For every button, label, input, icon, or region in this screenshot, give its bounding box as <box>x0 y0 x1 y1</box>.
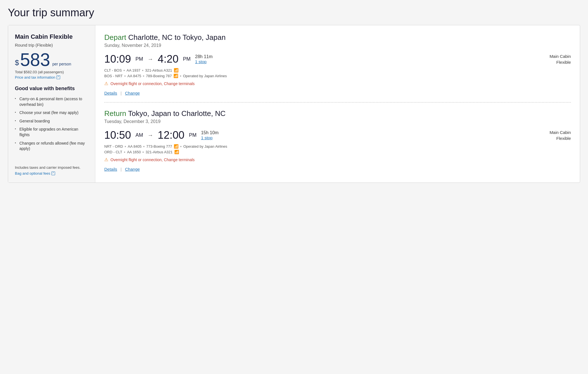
price-row: $ 583 per person <box>15 51 88 69</box>
seg1-route: CLT - BOS <box>104 68 122 72</box>
left-footer: Includes taxes and carrier imposed fees.… <box>15 160 88 176</box>
depart-section: Depart Charlotte, NC to Tokyo, Japan Sun… <box>104 33 571 95</box>
price-tax-link[interactable]: Price and tax information <box>15 75 88 79</box>
return-stops-link[interactable]: 1 stop <box>201 135 212 140</box>
price-tax-link-text: Price and tax information <box>15 75 55 79</box>
external-link-icon-2 <box>51 172 55 175</box>
bag-fees-link-text: Bag and optional fees <box>15 171 50 175</box>
dot: ■ <box>143 151 144 153</box>
seg2-operated: Operated by Japan Airlines <box>183 74 227 78</box>
external-link-icon <box>56 76 60 79</box>
return-segments: NRT - ORD ■ AA 8405 ■ 773-Boeing 777 📶 ■… <box>104 144 571 154</box>
ret-seg2-flight: AA 1650 <box>127 150 141 154</box>
cabin-title: Main Cabin Flexible <box>15 33 88 40</box>
benefits-list: Carry-on & personal item (access to over… <box>15 95 88 153</box>
dot: ■ <box>125 75 126 77</box>
depart-date: Sunday, November 24, 2019 <box>104 43 571 48</box>
return-times-row: 10:50 AM → 12:00 PM 15h 10m 1 stop Main … <box>104 129 571 141</box>
depart-label: Depart <box>104 33 126 42</box>
depart-details-link[interactable]: Details <box>104 91 117 95</box>
depart-header: Depart Charlotte, NC to Tokyo, Japan <box>104 33 571 42</box>
benefit-item: Changes or refunds allowed (fee may appl… <box>15 139 88 153</box>
seg1-aircraft: 321-Airbus A321 <box>145 68 172 72</box>
benefit-item: Choose your seat (fee may apply) <box>15 109 88 117</box>
depart-warning: ⚠ Overnight flight or connection, Change… <box>104 81 571 86</box>
depart-route-text: Charlotte, NC to Tokyo, Japan <box>128 33 225 42</box>
total-price: Total $582.03 (all passengers) <box>15 70 88 74</box>
per-person-label: per person <box>52 61 71 69</box>
return-header: Return Tokyo, Japan to Charlotte, NC <box>104 109 571 118</box>
left-panel: Main Cabin Flexible Round trip (Flexible… <box>8 25 95 183</box>
seg2-route: BOS - NRT <box>104 74 123 78</box>
benefits-title: Good value with benefits <box>15 86 88 92</box>
depart-segment-2: BOS - NRT ■ AA 8475 ■ 789-Boeing 787 📶 ■… <box>104 74 571 78</box>
wifi-icon: 📶 <box>174 68 178 72</box>
return-change-link[interactable]: Change <box>125 167 140 172</box>
wifi-icon-2: 📶 <box>173 74 178 78</box>
depart-cabin-type: Main CabinFlexible <box>549 53 571 65</box>
seg2-flight: AA 8475 <box>127 74 141 78</box>
return-segment-2: ORD - CLT ■ AA 1650 ■ 321-Airbus A321 📶 <box>104 150 571 154</box>
depart-duration: 28h 11m <box>195 54 212 59</box>
return-depart-period: AM <box>135 132 143 138</box>
return-warning-text: Overnight flight or connection, Change t… <box>110 158 195 162</box>
dot: ■ <box>180 145 182 148</box>
benefit-item: Carry-on & personal item (access to over… <box>15 95 88 109</box>
return-duration: 15h 10m <box>201 130 218 135</box>
round-trip-label: Round trip (Flexible) <box>15 43 88 47</box>
seg1-flight: AA 1937 <box>126 68 140 72</box>
depart-times-row: 10:09 PM → 4:20 PM 28h 11m 1 stop Main C… <box>104 53 571 65</box>
bag-fees-link[interactable]: Bag and optional fees <box>15 171 55 175</box>
dollar-sign: $ <box>15 58 19 69</box>
dot: ■ <box>142 69 143 72</box>
return-depart-time: 10:50 <box>104 129 131 141</box>
right-panel: Depart Charlotte, NC to Tokyo, Japan Sun… <box>95 25 580 183</box>
dot: ■ <box>123 69 125 72</box>
ret-seg2-aircraft: 321-Airbus A321 <box>146 150 173 154</box>
ret-seg1-route: NRT - ORD <box>104 144 123 149</box>
warning-icon: ⚠ <box>104 81 108 86</box>
separator-2: | <box>121 167 122 172</box>
depart-segments: CLT - BOS ■ AA 1937 ■ 321-Airbus A321 📶 … <box>104 68 571 78</box>
return-details-link[interactable]: Details <box>104 167 117 172</box>
return-route: Tokyo, Japan to Charlotte, NC <box>128 109 226 118</box>
depart-segment-1: CLT - BOS ■ AA 1937 ■ 321-Airbus A321 📶 <box>104 68 571 72</box>
depart-change-link[interactable]: Change <box>125 91 140 95</box>
return-arrive-time: 12:00 <box>158 129 184 141</box>
wifi-icon-3: 📶 <box>174 144 178 149</box>
includes-text: Includes taxes and carrier imposed fees. <box>15 165 88 170</box>
return-date: Tuesday, December 3, 2019 <box>104 119 571 124</box>
return-arrive-period: PM <box>189 132 196 138</box>
separator: | <box>121 91 122 95</box>
return-label: Return <box>104 109 126 118</box>
ret-seg1-aircraft: 773-Boeing 777 <box>146 144 172 149</box>
seg2-aircraft: 789-Boeing 787 <box>146 74 172 78</box>
depart-stops-link[interactable]: 1 stop <box>195 59 207 64</box>
dot: ■ <box>180 75 181 77</box>
page-title: Your trip summary <box>8 7 580 19</box>
ret-seg2-route: ORD - CLT <box>104 150 122 154</box>
depart-duration-stop: 28h 11m 1 stop <box>195 54 212 64</box>
price-amount: 583 <box>20 51 50 69</box>
flight-divider <box>104 102 571 102</box>
depart-warning-text: Overnight flight or connection, Change t… <box>110 81 195 86</box>
return-action-links: Details | Change <box>104 167 571 172</box>
arrive-time: 4:20 <box>158 53 178 65</box>
return-section: Return Tokyo, Japan to Charlotte, NC Tue… <box>104 109 571 172</box>
depart-period: PM <box>135 56 143 62</box>
return-duration-stop: 15h 10m 1 stop <box>201 130 218 140</box>
dot: ■ <box>143 145 145 148</box>
wifi-icon-4: 📶 <box>174 150 179 154</box>
ret-seg1-flight: AA 8405 <box>128 144 142 149</box>
return-warning: ⚠ Overnight flight or connection, Change… <box>104 157 571 162</box>
depart-time: 10:09 <box>104 53 131 65</box>
dot: ■ <box>143 75 144 77</box>
ret-seg1-operated: Operated by Japan Airlines <box>183 144 227 149</box>
return-arrow-icon: → <box>148 132 153 138</box>
dot: ■ <box>124 151 125 153</box>
dot: ■ <box>125 145 126 148</box>
trip-summary-card: Main Cabin Flexible Round trip (Flexible… <box>8 25 580 183</box>
benefit-item: General boarding <box>15 117 88 126</box>
return-warning-icon: ⚠ <box>104 157 108 162</box>
return-cabin-type: Main CabinFlexible <box>549 129 571 141</box>
